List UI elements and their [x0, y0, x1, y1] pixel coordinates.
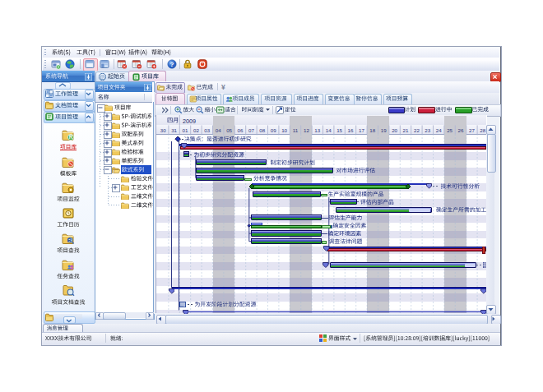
svg-text:R: R — [67, 238, 72, 243]
svg-text:R: R — [69, 134, 73, 140]
svg-text:?: ? — [170, 61, 174, 68]
